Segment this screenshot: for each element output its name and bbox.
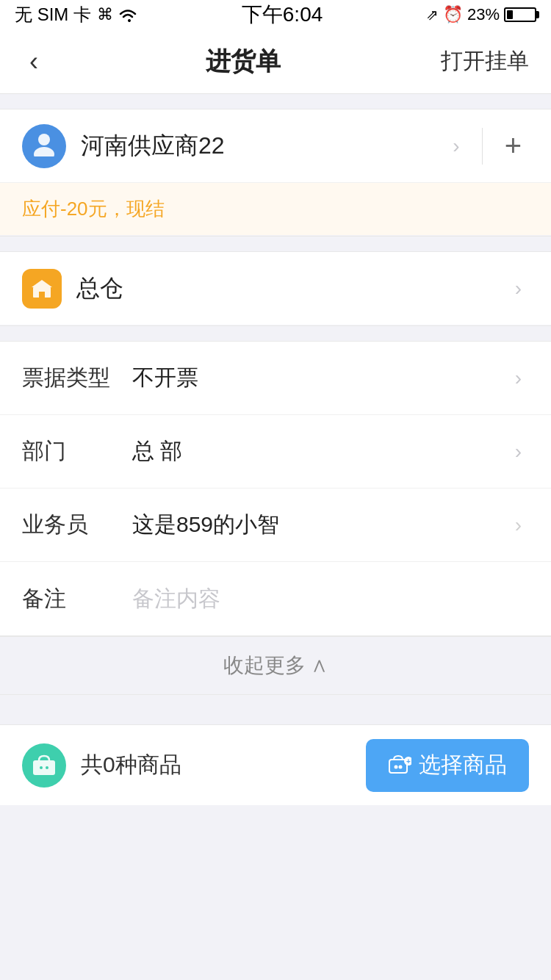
collapse-label: 收起更多 ∧ — [223, 652, 328, 680]
supplier-name: 河南供应商22 — [81, 130, 453, 162]
department-label: 部门 — [22, 436, 118, 466]
salesperson-value: 这是859的小智 — [118, 510, 515, 540]
status-bar: 无 SIM 卡 ⌘ 下午6:04 ⇗ ⏰ 23% — [0, 0, 551, 29]
supplier-row[interactable]: 河南供应商22 › + — [0, 109, 551, 183]
department-value: 总 部 — [118, 436, 515, 466]
warehouse-section: 总仓 › — [0, 251, 551, 326]
product-count-label: 共0种商品 — [81, 750, 366, 780]
collapse-bar[interactable]: 收起更多 ∧ — [0, 636, 551, 695]
svg-rect-4 — [39, 292, 45, 298]
form-section: 票据类型 不开票 › 部门 总 部 › 业务员 这是859的小智 › 备注 备注… — [0, 341, 551, 636]
select-product-label: 选择商品 — [419, 750, 507, 780]
alarm-icon: ⏰ — [443, 5, 463, 24]
invoice-type-row[interactable]: 票据类型 不开票 › — [0, 342, 551, 415]
invoice-type-label: 票据类型 — [22, 363, 118, 393]
department-row[interactable]: 部门 总 部 › — [0, 415, 551, 489]
add-button[interactable]: + — [497, 129, 529, 162]
svg-point-9 — [395, 765, 398, 768]
section-gap-3 — [0, 326, 551, 341]
warehouse-row[interactable]: 总仓 › — [0, 252, 551, 325]
carrier-label: 无 SIM 卡 — [15, 3, 91, 26]
supplier-chevron-icon: › — [453, 134, 459, 158]
remark-value[interactable]: 备注内容 — [118, 584, 529, 614]
avatar-icon — [31, 130, 57, 162]
status-right: ⇗ ⏰ 23% — [426, 5, 536, 24]
supplier-divider — [482, 128, 483, 165]
select-product-button[interactable]: + 选择商品 — [366, 739, 529, 792]
battery-pct: 23% — [467, 5, 500, 24]
department-chevron-icon: › — [515, 440, 522, 464]
page-background — [0, 805, 551, 952]
svg-point-1 — [34, 147, 54, 156]
status-left: 无 SIM 卡 ⌘ — [15, 3, 138, 26]
page-title: 进货单 — [206, 45, 281, 79]
open-pending-button[interactable]: 打开挂单 — [441, 46, 529, 76]
product-icon — [22, 743, 66, 788]
battery-icon — [504, 7, 536, 22]
svg-marker-3 — [32, 280, 52, 287]
notice-text: 应付-20元，现结 — [22, 198, 165, 220]
avatar — [22, 124, 66, 168]
svg-point-0 — [38, 134, 50, 145]
invoice-type-value: 不开票 — [118, 363, 515, 393]
remark-label: 备注 — [22, 584, 118, 614]
salesperson-chevron-icon: › — [515, 514, 522, 537]
notice-row: 应付-20元，现结 — [0, 183, 551, 236]
invoice-type-chevron-icon: › — [515, 367, 522, 390]
supplier-section: 河南供应商22 › + 应付-20元，现结 — [0, 109, 551, 237]
wifi-icon: ⌘ — [97, 5, 138, 24]
location-icon: ⇗ — [426, 6, 439, 24]
product-bar: 共0种商品 + 选择商品 — [0, 724, 551, 805]
section-gap-1 — [0, 94, 551, 109]
salesperson-label: 业务员 — [22, 510, 118, 540]
svg-text:+: + — [406, 757, 411, 765]
warehouse-chevron-icon: › — [515, 277, 522, 300]
section-gap-2 — [0, 237, 551, 251]
remark-row[interactable]: 备注 备注内容 — [0, 562, 551, 635]
svg-point-6 — [40, 766, 43, 769]
nav-bar: ‹ 进货单 打开挂单 — [0, 29, 551, 94]
svg-rect-5 — [33, 760, 55, 775]
back-button[interactable]: ‹ — [22, 39, 46, 84]
section-gap-4 — [0, 695, 551, 710]
svg-point-7 — [46, 766, 48, 769]
status-time: 下午6:04 — [242, 1, 323, 29]
svg-point-10 — [399, 765, 403, 768]
warehouse-icon — [22, 269, 62, 309]
salesperson-row[interactable]: 业务员 这是859的小智 › — [0, 489, 551, 562]
warehouse-name: 总仓 — [76, 273, 515, 305]
